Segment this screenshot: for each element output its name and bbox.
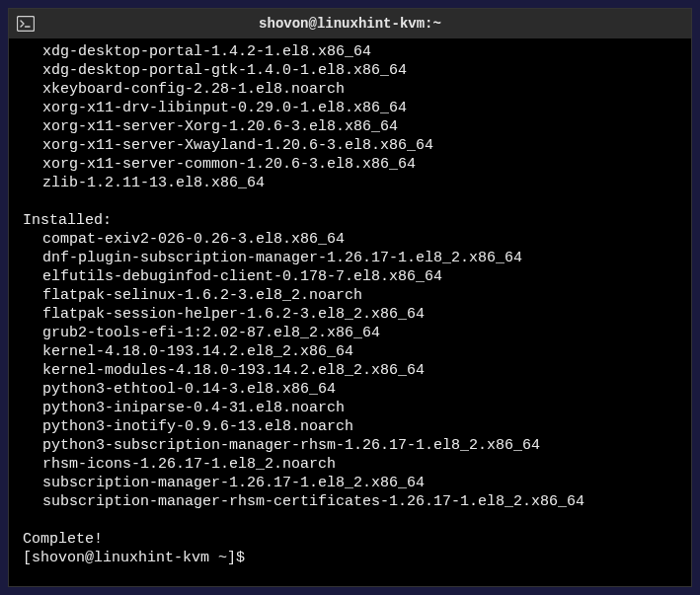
package-line: subscription-manager-rhsm-certificates-1… bbox=[23, 492, 677, 511]
package-line: python3-ethtool-0.14-3.el8.x86_64 bbox=[23, 380, 677, 399]
package-line: elfutils-debuginfod-client-0.178-7.el8.x… bbox=[23, 267, 677, 286]
package-line: kernel-modules-4.18.0-193.14.2.el8_2.x86… bbox=[23, 361, 677, 380]
package-line: xorg-x11-drv-libinput-0.29.0-1.el8.x86_6… bbox=[23, 99, 677, 117]
package-line: dnf-plugin-subscription-manager-1.26.17-… bbox=[23, 249, 677, 267]
package-line: kernel-4.18.0-193.14.2.el8_2.x86_64 bbox=[23, 342, 677, 361]
package-line: rhsm-icons-1.26.17-1.el8_2.noarch bbox=[23, 455, 677, 474]
shell-prompt: [shovon@linuxhint-kvm ~]$ bbox=[23, 550, 254, 566]
package-line: flatpak-session-helper-1.6.2-3.el8_2.x86… bbox=[23, 305, 677, 324]
installed-header: Installed: bbox=[23, 211, 677, 230]
window-title: shovon@linuxhint-kvm:~ bbox=[9, 16, 691, 32]
package-line: xdg-desktop-portal-1.4.2-1.el8.x86_64 bbox=[23, 42, 677, 61]
package-line: xdg-desktop-portal-gtk-1.4.0-1.el8.x86_6… bbox=[23, 61, 677, 80]
package-line: python3-iniparse-0.4-31.el8.noarch bbox=[23, 399, 677, 417]
cursor[interactable] bbox=[254, 551, 255, 564]
terminal-output[interactable]: xdg-desktop-portal-1.4.2-1.el8.x86_64xdg… bbox=[9, 38, 691, 586]
package-line: xorg-x11-server-Xwayland-1.20.6-3.el8.x8… bbox=[23, 136, 677, 155]
package-line: grub2-tools-efi-1:2.02-87.el8_2.x86_64 bbox=[23, 324, 677, 342]
terminal-window: shovon@linuxhint-kvm:~ xdg-desktop-porta… bbox=[8, 8, 692, 587]
package-line: subscription-manager-1.26.17-1.el8_2.x86… bbox=[23, 474, 677, 492]
package-line: xorg-x11-server-common-1.20.6-3.el8.x86_… bbox=[23, 155, 677, 174]
package-line: flatpak-selinux-1.6.2-3.el8_2.noarch bbox=[23, 286, 677, 305]
package-line: compat-exiv2-026-0.26-3.el8.x86_64 bbox=[23, 230, 677, 249]
package-line: xorg-x11-server-Xorg-1.20.6-3.el8.x86_64 bbox=[23, 117, 677, 136]
svg-rect-0 bbox=[18, 17, 35, 32]
complete-line: Complete! bbox=[23, 530, 677, 549]
titlebar: shovon@linuxhint-kvm:~ bbox=[9, 9, 691, 38]
terminal-icon bbox=[17, 16, 35, 32]
package-line: xkeyboard-config-2.28-1.el8.noarch bbox=[23, 80, 677, 99]
package-line: zlib-1.2.11-13.el8.x86_64 bbox=[23, 174, 677, 192]
package-line: python3-subscription-manager-rhsm-1.26.1… bbox=[23, 436, 677, 455]
package-line: python3-inotify-0.9.6-13.el8.noarch bbox=[23, 417, 677, 436]
